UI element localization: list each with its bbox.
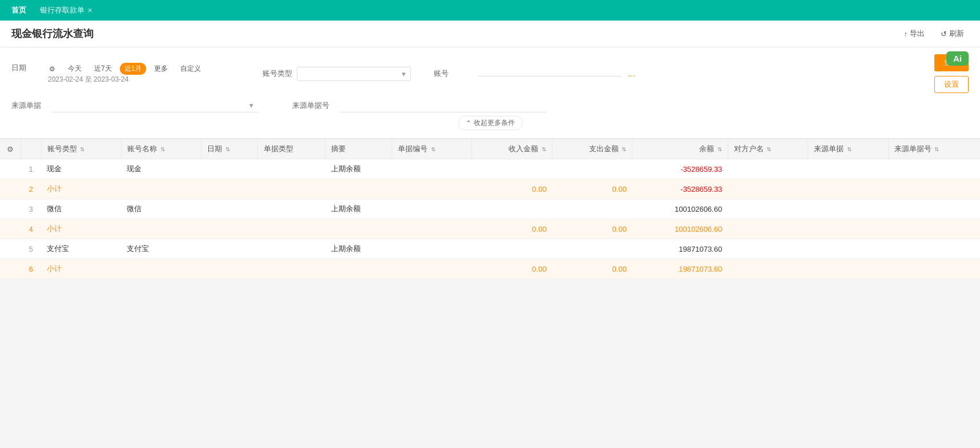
account-select[interactable] bbox=[478, 71, 621, 76]
row-account-type-cell: 小计 bbox=[41, 179, 121, 199]
col-counterparty[interactable]: 对方户名 ⇅ bbox=[728, 139, 808, 159]
source-doc-select[interactable]: ▾ bbox=[53, 99, 258, 112]
col-settings[interactable]: ⚙ bbox=[0, 139, 21, 159]
row-balance-cell: 19871073.60 bbox=[632, 259, 728, 279]
row-doc-num-cell bbox=[392, 219, 471, 239]
source-doc-label: 来源单据 bbox=[11, 100, 41, 111]
row-income-cell: 0.00 bbox=[472, 259, 552, 279]
date-options: ⚙ 今天 近7天 近1月 更多 自定义 bbox=[45, 63, 205, 75]
row-counterparty-cell bbox=[728, 179, 808, 199]
export-icon: ↑ bbox=[904, 30, 908, 38]
account-more-button[interactable]: ... bbox=[628, 68, 635, 79]
row-date-cell bbox=[201, 219, 257, 239]
row-settings-cell bbox=[0, 179, 21, 199]
collapse-button[interactable]: ⌃ 收起更多条件 bbox=[458, 116, 522, 130]
source-doc-num-label: 来源单据号 bbox=[292, 100, 329, 111]
dropdown-icon: ▾ bbox=[402, 70, 406, 78]
row-doc-type-cell bbox=[257, 219, 325, 239]
col-account-type[interactable]: 账号类型 ⇅ bbox=[41, 139, 121, 159]
data-table: ⚙ 账号类型 ⇅ 账号名称 ⇅ 日期 ⇅ 单据类型 摘要 单据编号 ⇅ 收入金额… bbox=[0, 139, 980, 279]
account-type-select[interactable]: ▾ bbox=[297, 67, 411, 81]
row-source-doc-cell bbox=[808, 239, 888, 259]
row-source-doc-num-cell bbox=[888, 179, 980, 199]
date-btn-custom[interactable]: 自定义 bbox=[176, 63, 205, 75]
row-doc-num-cell bbox=[392, 199, 471, 219]
row-doc-num-cell bbox=[392, 239, 471, 259]
date-btn-more[interactable]: 更多 bbox=[150, 63, 172, 75]
row-account-type-cell: 微信 bbox=[41, 199, 121, 219]
collapse-label: 收起更多条件 bbox=[474, 118, 515, 128]
account-label: 账号 bbox=[434, 68, 462, 79]
row-expense-cell: 0.00 bbox=[552, 259, 632, 279]
source-doc-num-input[interactable] bbox=[341, 99, 546, 112]
row-balance-cell: 100102606.60 bbox=[632, 219, 728, 239]
col-source-doc[interactable]: 来源单据 ⇅ bbox=[808, 139, 888, 159]
row-income-cell bbox=[472, 199, 552, 219]
row-doc-type-cell bbox=[257, 199, 325, 219]
row-income-cell bbox=[472, 239, 552, 259]
nav-tab-银行存取款单[interactable]: 银行存取款单✕ bbox=[33, 0, 114, 21]
col-income[interactable]: 收入金额 ⇅ bbox=[472, 139, 552, 159]
date-btn-yesterday[interactable]: ⚙ bbox=[45, 64, 60, 74]
date-range: 2023-02-24 至 2023-03-24 bbox=[48, 75, 205, 84]
col-date[interactable]: 日期 ⇅ bbox=[201, 139, 257, 159]
row-settings-cell bbox=[0, 159, 21, 179]
row-balance-cell: -3528659.33 bbox=[632, 159, 728, 179]
row-settings-cell bbox=[0, 199, 21, 219]
row-doc-num-cell bbox=[392, 259, 471, 279]
date-btn-today[interactable]: 今天 bbox=[63, 63, 86, 75]
page-title: 现金银行流水查询 bbox=[11, 27, 94, 41]
account-type-filter: 账号类型 ▾ bbox=[263, 67, 411, 81]
row-source-doc-cell bbox=[808, 179, 888, 199]
ai-badge[interactable]: Ai bbox=[946, 51, 969, 66]
refresh-button[interactable]: ↺ 刷新 bbox=[936, 26, 969, 41]
row-income-cell: 0.00 bbox=[472, 179, 552, 199]
row-source-doc-cell bbox=[808, 259, 888, 279]
col-expense[interactable]: 支出金额 ⇅ bbox=[552, 139, 632, 159]
row-income-cell: 0.00 bbox=[472, 219, 552, 239]
row-summary-cell: 上期余额 bbox=[325, 239, 392, 259]
collapse-bar: ⌃ 收起更多条件 bbox=[11, 112, 969, 131]
row-source-doc-cell bbox=[808, 159, 888, 179]
table-row: 5 支付宝 支付宝 上期余额 19871073.60 bbox=[0, 239, 980, 259]
row-doc-type-cell bbox=[257, 259, 325, 279]
row-account-type-cell: 现金 bbox=[41, 159, 121, 179]
table-body: 1 现金 现金 上期余额 -3528659.33 2 小计 0.00 0.00 … bbox=[0, 159, 980, 279]
row-doc-num-cell bbox=[392, 179, 471, 199]
row-doc-type-cell bbox=[257, 239, 325, 259]
row-summary-cell bbox=[325, 179, 392, 199]
row-summary-cell bbox=[325, 219, 392, 239]
table-row: 3 微信 微信 上期余额 100102606.60 bbox=[0, 199, 980, 219]
row-account-name-cell bbox=[121, 259, 201, 279]
nav-home[interactable]: 首页 bbox=[5, 0, 33, 21]
row-date-cell bbox=[201, 239, 257, 259]
table-row: 6 小计 0.00 0.00 19871073.60 bbox=[0, 259, 980, 279]
date-btn-7days[interactable]: 近7天 bbox=[90, 63, 116, 75]
tab-close-icon[interactable]: ✕ bbox=[87, 7, 92, 14]
row-summary-cell bbox=[325, 259, 392, 279]
header-actions: ↑ 导出 ↺ 刷新 bbox=[900, 26, 969, 41]
settings-button[interactable]: 设置 bbox=[934, 76, 969, 93]
row-num-cell: 5 bbox=[21, 239, 41, 259]
row-counterparty-cell bbox=[728, 219, 808, 239]
row-balance-cell: 19871073.60 bbox=[632, 239, 728, 259]
row-summary-cell: 上期余额 bbox=[325, 159, 392, 179]
col-account-name[interactable]: 账号名称 ⇅ bbox=[121, 139, 201, 159]
filter-row-2: 来源单据 ▾ 来源单据号 bbox=[11, 99, 969, 112]
row-account-name-cell bbox=[121, 219, 201, 239]
row-account-name-cell: 微信 bbox=[121, 199, 201, 219]
row-account-name-cell: 支付宝 bbox=[121, 239, 201, 259]
table-row: 4 小计 0.00 0.00 100102606.60 bbox=[0, 219, 980, 239]
account-type-label: 账号类型 bbox=[263, 68, 292, 79]
col-doc-num[interactable]: 单据编号 ⇅ bbox=[392, 139, 471, 159]
row-date-cell bbox=[201, 179, 257, 199]
row-num-cell: 1 bbox=[21, 159, 41, 179]
col-source-doc-num[interactable]: 来源单据号 ⇅ bbox=[888, 139, 980, 159]
date-btn-1month[interactable]: 近1月 bbox=[120, 63, 147, 75]
row-settings-cell bbox=[0, 239, 21, 259]
row-doc-type-cell bbox=[257, 179, 325, 199]
row-source-doc-num-cell bbox=[888, 239, 980, 259]
col-balance[interactable]: 余额 ⇅ bbox=[632, 139, 728, 159]
export-button[interactable]: ↑ 导出 bbox=[900, 26, 930, 41]
row-num-cell: 3 bbox=[21, 199, 41, 219]
